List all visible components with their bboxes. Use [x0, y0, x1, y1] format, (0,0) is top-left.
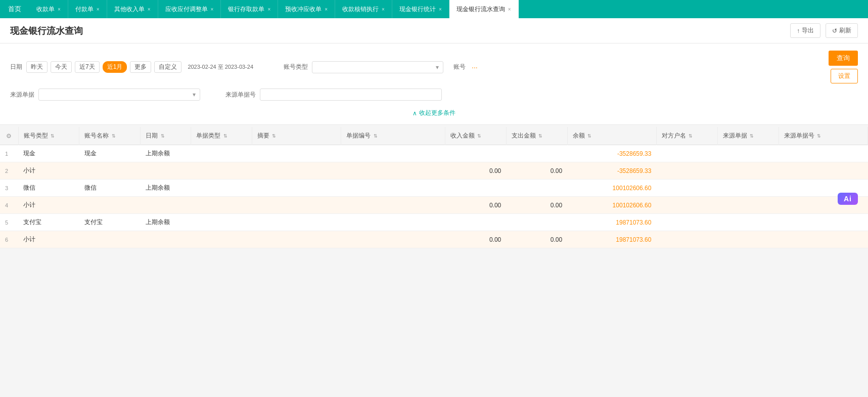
th-date[interactable]: 日期 ⇅	[141, 127, 191, 145]
cell-doc-no	[341, 145, 445, 162]
account-type-select[interactable]: ▾	[312, 61, 443, 73]
table-container: ⚙ 账号类型 ⇅ 账号名称 ⇅ 日期 ⇅ 单据类型 ⇅ 摘	[0, 127, 868, 248]
cell-account-name: 现金	[79, 145, 141, 162]
sort-icon-11: ⇅	[750, 134, 754, 139]
cell-counterparty	[656, 145, 717, 162]
query-button[interactable]: 查询	[829, 51, 858, 66]
date-btn-custom[interactable]: 自定义	[154, 61, 181, 73]
th-account-name[interactable]: 账号名称 ⇅	[79, 127, 141, 145]
cell-account-name	[79, 197, 141, 214]
source-doc-filter: 来源单据 ▾	[10, 89, 200, 101]
th-counterparty[interactable]: 对方户名 ⇅	[656, 127, 717, 145]
th-summary[interactable]: 摘要 ⇅	[252, 127, 341, 145]
nav-tab-3[interactable]: 应收应付调整单 ×	[158, 0, 221, 18]
nav-tab-close-1[interactable]: ×	[97, 7, 100, 12]
date-btn-1month[interactable]: 近1月	[103, 61, 127, 73]
cell-date	[141, 231, 191, 248]
nav-tab-1[interactable]: 付款单 ×	[68, 0, 107, 18]
page-title: 现金银行流水查询	[10, 25, 83, 37]
cell-rownum: 5	[0, 214, 18, 231]
cell-counterparty	[656, 197, 717, 214]
th-doc-type[interactable]: 单据类型 ⇅	[191, 127, 252, 145]
nav-tab-close-4[interactable]: ×	[267, 7, 270, 12]
nav-tab-close-6[interactable]: ×	[382, 7, 385, 12]
cell-expense: 0.00	[506, 197, 567, 214]
date-btn-yesterday[interactable]: 昨天	[26, 61, 48, 73]
sort-icon-10: ⇅	[689, 134, 693, 139]
nav-tab-7[interactable]: 现金银行统计 ×	[392, 0, 449, 18]
nav-tab-close-0[interactable]: ×	[58, 7, 61, 12]
th-expense[interactable]: 支出金额 ⇅	[506, 127, 567, 145]
nav-home[interactable]: 首页	[0, 0, 29, 18]
cell-counterparty	[656, 214, 717, 231]
cell-account-type: 小计	[18, 231, 79, 248]
cell-source-doc	[717, 162, 779, 180]
th-doc-no[interactable]: 单据编号 ⇅	[341, 127, 445, 145]
nav-tab-close-8[interactable]: ×	[508, 7, 511, 12]
settings-button[interactable]: 设置	[831, 69, 858, 83]
cell-income: 0.00	[445, 197, 506, 214]
cell-source-doc	[717, 180, 779, 197]
refresh-icon: ↺	[832, 27, 837, 34]
nav-tab-close-3[interactable]: ×	[211, 7, 214, 12]
filter-row-1: 日期 昨天 今天 近7天 近1月 更多 自定义 2023-02-24 至 202…	[10, 51, 858, 83]
nav-tab-close-7[interactable]: ×	[439, 7, 442, 12]
nav-tab-close-5[interactable]: ×	[325, 7, 328, 12]
nav-tab-label-8: 现金银行流水查询	[456, 5, 505, 14]
cell-expense: 0.00	[506, 231, 567, 248]
cell-date	[141, 197, 191, 214]
page-header: 现金银行流水查询 ↑ 导出 ↺ 刷新 Ai	[0, 18, 868, 43]
date-btn-7days[interactable]: 近7天	[75, 61, 100, 73]
th-account-type[interactable]: 账号类型 ⇅	[18, 127, 79, 145]
th-source-doc-no[interactable]: 来源单据号 ⇅	[779, 127, 867, 145]
account-dots-button[interactable]: ···	[470, 63, 480, 71]
nav-tab-close-2[interactable]: ×	[148, 7, 151, 12]
cell-date	[141, 162, 191, 180]
cell-balance: 100102606.60	[567, 197, 656, 214]
filter-row-2: 来源单据 ▾ 来源单据号	[10, 89, 858, 101]
nav-tab-5[interactable]: 预收冲应收单 ×	[278, 0, 335, 18]
cell-balance: 100102606.60	[567, 180, 656, 197]
sort-icon-1: ⇅	[51, 134, 55, 139]
cell-account-name	[79, 231, 141, 248]
cell-summary	[252, 231, 341, 248]
collapse-button[interactable]: ∧ 收起更多条件	[413, 109, 455, 117]
cell-expense	[506, 180, 567, 197]
cell-doc-type	[191, 180, 252, 197]
date-btn-today[interactable]: 今天	[51, 61, 72, 73]
cell-doc-type	[191, 214, 252, 231]
date-label: 日期	[10, 63, 22, 71]
export-label: 导出	[802, 26, 814, 35]
nav-tab-2[interactable]: 其他收入单 ×	[107, 0, 158, 18]
export-button[interactable]: ↑ 导出	[790, 23, 820, 38]
date-btn-more[interactable]: 更多	[130, 61, 151, 73]
nav-tab-label-6: 收款核销执行	[342, 5, 379, 14]
cell-summary	[252, 180, 341, 197]
top-nav: 首页 收款单 × 付款单 × 其他收入单 × 应收应付调整单 × 银行存取款单 …	[0, 0, 868, 18]
th-source-doc[interactable]: 来源单据 ⇅	[717, 127, 779, 145]
cell-counterparty	[656, 231, 717, 248]
cell-summary	[252, 214, 341, 231]
nav-tab-label-7: 现金银行统计	[399, 5, 436, 14]
cell-summary	[252, 197, 341, 214]
export-icon: ↑	[797, 27, 800, 34]
th-balance[interactable]: 余额 ⇅	[567, 127, 656, 145]
th-settings[interactable]: ⚙	[0, 127, 18, 145]
source-doc-select[interactable]: ▾	[38, 89, 200, 101]
nav-tab-6[interactable]: 收款核销执行 ×	[335, 0, 392, 18]
ai-badge[interactable]: Ai	[838, 193, 858, 205]
th-income[interactable]: 收入金额 ⇅	[445, 127, 506, 145]
cell-account-type: 小计	[18, 197, 79, 214]
collapse-label: 收起更多条件	[419, 109, 455, 117]
nav-tab-0[interactable]: 收款单 ×	[29, 0, 68, 18]
cell-income	[445, 145, 506, 162]
nav-tab-4[interactable]: 银行存取款单 ×	[221, 0, 278, 18]
table-row: 3微信微信上期余额100102606.60	[0, 180, 868, 197]
nav-tab-8[interactable]: 现金银行流水查询 ×	[449, 0, 519, 18]
refresh-button[interactable]: ↺ 刷新	[826, 23, 858, 38]
sort-icon-6: ⇅	[374, 134, 378, 139]
right-buttons: 查询 设置	[829, 51, 858, 83]
table-body: 1现金现金上期余额-3528659.332小计0.000.00-3528659.…	[0, 145, 868, 248]
sort-icon-9: ⇅	[587, 134, 591, 139]
source-doc-no-input[interactable]	[260, 89, 442, 101]
